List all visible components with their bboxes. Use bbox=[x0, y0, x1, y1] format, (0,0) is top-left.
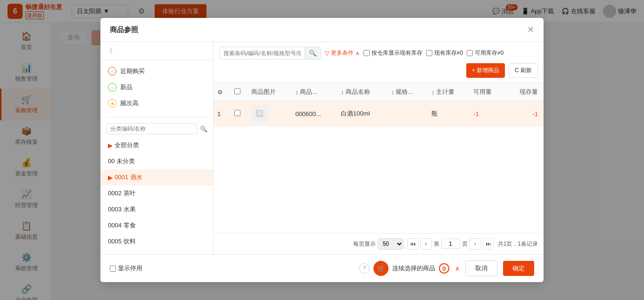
category-item-0004[interactable]: 0004 零食 bbox=[100, 217, 213, 233]
prev-page-btn[interactable]: ‹ bbox=[421, 238, 432, 250]
page-navigation: ⏮ ‹ 第 页 › ⏭ bbox=[407, 238, 494, 250]
th-stock: 现存量 bbox=[505, 83, 544, 101]
row-code: 000600... bbox=[292, 101, 338, 126]
th-settings: ⚙ bbox=[214, 83, 231, 101]
modal-overlay: 商品参照 ✕ 《 ○ 近期购买 ○ 新品 bbox=[0, 0, 644, 300]
current-stock-checkbox[interactable] bbox=[426, 50, 432, 56]
row-stock: -1 bbox=[505, 101, 544, 126]
recent-purchases-item[interactable]: ○ 近期购买 bbox=[100, 63, 213, 79]
th-product-name: ↕商品名称 bbox=[337, 83, 388, 101]
product-image: 🖼 bbox=[251, 105, 268, 122]
th-product-code: ↕商品... bbox=[292, 83, 338, 101]
category-search-area: 🔍 bbox=[100, 120, 213, 137]
product-search-button[interactable]: 🔍 bbox=[305, 47, 321, 59]
th-spec: ↕规格... bbox=[388, 83, 428, 101]
show-disabled-checkbox[interactable] bbox=[110, 266, 116, 272]
product-search-input[interactable] bbox=[220, 48, 305, 59]
collapse-left-icon[interactable]: 《 bbox=[106, 47, 113, 55]
category-item-0002[interactable]: 0002 茶叶 bbox=[100, 185, 213, 201]
category-search-input[interactable] bbox=[106, 123, 197, 134]
available-stock-checkbox[interactable] bbox=[467, 50, 473, 56]
row-spec bbox=[388, 101, 428, 126]
row-select-checkbox[interactable] bbox=[234, 110, 240, 116]
warehouse-stock-checkbox-label: 按仓库显示现有库存 bbox=[363, 49, 422, 57]
help-icon[interactable]: ? bbox=[359, 263, 370, 274]
category-0001-tri: ▶ bbox=[108, 174, 113, 181]
high-frequency-item[interactable]: ★ 频次高 bbox=[100, 95, 213, 111]
last-page-btn[interactable]: ⏭ bbox=[483, 238, 494, 250]
category-item-0003[interactable]: 0003 水果 bbox=[100, 201, 213, 217]
product-search-box: 🔍 bbox=[219, 47, 321, 59]
modal-close-icon[interactable]: ✕ bbox=[527, 25, 534, 35]
row-available: -1 bbox=[470, 101, 505, 126]
freq-icon: ★ bbox=[108, 99, 116, 108]
new-icon: ○ bbox=[108, 83, 116, 92]
th-checkbox bbox=[231, 83, 248, 101]
confirm-button[interactable]: 确定 bbox=[503, 261, 534, 276]
th-available: 可用量 bbox=[470, 83, 505, 101]
filter-collapse-icon: ∧ bbox=[355, 50, 360, 57]
left-divider bbox=[106, 117, 207, 117]
warehouse-stock-checkbox[interactable] bbox=[363, 50, 370, 56]
pagination-total: 共1页，1条记录 bbox=[498, 240, 538, 248]
row-name: 白酒100ml bbox=[337, 101, 388, 126]
all-category-tri: ▶ bbox=[108, 142, 113, 149]
cart-icon[interactable]: 🛒 bbox=[373, 261, 388, 276]
add-product-button[interactable]: + 新增商品 bbox=[466, 63, 505, 78]
category-item-0005[interactable]: 0005 饮料 bbox=[100, 233, 213, 250]
show-disabled-label: 显示停用 bbox=[110, 264, 142, 273]
category-search-icon[interactable]: 🔍 bbox=[200, 125, 207, 133]
row-checkbox bbox=[231, 101, 248, 126]
toolbar-right: + 新增商品 C 刷新 bbox=[466, 63, 538, 78]
modal-toolbar: 🔍 ▽ 更多条件 ∧ 按仓库显示现有库存 现有库存≠0 bbox=[214, 42, 544, 83]
category-item-0001[interactable]: ▶ 0001 酒水 bbox=[100, 169, 213, 185]
cart-count: 0 bbox=[439, 263, 449, 274]
modal-left-header: 《 bbox=[100, 42, 213, 60]
first-page-btn[interactable]: ⏮ bbox=[407, 238, 419, 250]
select-all-checkbox[interactable] bbox=[234, 88, 240, 94]
page-size-select: 每页显示 50 10 20 100 bbox=[353, 238, 404, 250]
th-unit: ↕主计量 bbox=[428, 83, 470, 101]
cancel-button[interactable]: 取消 bbox=[465, 260, 497, 276]
page-size-dropdown[interactable]: 50 10 20 100 bbox=[378, 238, 404, 250]
refresh-button[interactable]: C 刷新 bbox=[509, 63, 538, 78]
page-suffix: 页 bbox=[462, 240, 468, 248]
next-page-btn[interactable]: › bbox=[470, 238, 481, 250]
page-label: 第 bbox=[434, 240, 439, 248]
footer-cart-area: ? 🛒 连续选择的商品 0 ∧ bbox=[359, 261, 460, 276]
modal-footer: 显示停用 ? 🛒 连续选择的商品 0 ∧ 取消 确定 bbox=[100, 254, 544, 282]
th-product-image: 商品图片 bbox=[248, 83, 292, 101]
modal-header: 商品参照 ✕ bbox=[100, 18, 544, 42]
cart-collapse-icon[interactable]: ∧ bbox=[455, 265, 460, 272]
table-row[interactable]: 1 🖼 000600... 白酒100ml 瓶 -1 -1 bbox=[214, 101, 544, 126]
modal-right-panel: 🔍 ▽ 更多条件 ∧ 按仓库显示现有库存 现有库存≠0 bbox=[214, 42, 544, 254]
category-item-all[interactable]: ▶ 全部分类 bbox=[100, 137, 213, 153]
left-quick-nav: ○ 近期购买 ○ 新品 ★ 频次高 bbox=[100, 60, 213, 114]
page-number-input[interactable] bbox=[441, 239, 460, 249]
recent-icon: ○ bbox=[108, 67, 116, 75]
product-table: ⚙ 商品图片 ↕商品... ↕商品名称 bbox=[214, 83, 544, 126]
more-filter-button[interactable]: ▽ 更多条件 ∧ bbox=[325, 49, 360, 57]
row-unit: 瓶 bbox=[428, 101, 470, 126]
category-item-00[interactable]: 00 未分类 bbox=[100, 153, 213, 169]
new-products-item[interactable]: ○ 新品 bbox=[100, 79, 213, 95]
current-stock-checkbox-label: 现有库存≠0 bbox=[426, 49, 463, 57]
filter-icon: ▽ bbox=[325, 50, 329, 57]
product-table-area: ⚙ 商品图片 ↕商品... ↕商品名称 bbox=[214, 83, 544, 233]
row-num: 1 bbox=[214, 101, 231, 126]
pagination-area: 每页显示 50 10 20 100 ⏮ ‹ 第 页 bbox=[214, 233, 544, 254]
category-item-0008[interactable]: 0008 水 bbox=[100, 250, 213, 254]
modal-left-panel: 《 ○ 近期购买 ○ 新品 ★ 频次高 bbox=[100, 42, 214, 254]
available-stock-checkbox-label: 可用库存≠0 bbox=[467, 49, 504, 57]
product-reference-modal: 商品参照 ✕ 《 ○ 近期购买 ○ 新品 bbox=[100, 18, 544, 282]
row-image: 🖼 bbox=[248, 101, 292, 126]
modal-body: 《 ○ 近期购买 ○ 新品 ★ 频次高 bbox=[100, 42, 544, 254]
modal-title: 商品参照 bbox=[110, 25, 138, 34]
category-tree: ▶ 全部分类 00 未分类 ▶ 0001 酒水 0002 茶叶 0003 水果 bbox=[100, 137, 213, 254]
